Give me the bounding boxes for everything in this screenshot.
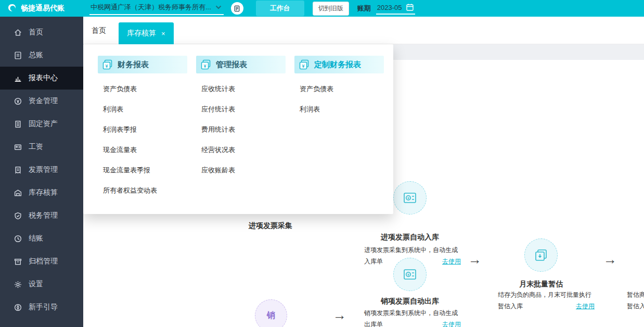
menu-list: 应收统计表 应付统计表 费用统计表 经营状况表 应收账龄表 bbox=[196, 79, 286, 180]
ledger-icon bbox=[14, 51, 22, 60]
close-icon[interactable]: × bbox=[161, 30, 165, 37]
chevron-down-icon bbox=[215, 5, 222, 9]
sidebar-item-label: 税务管理 bbox=[29, 211, 58, 220]
sidebar-item-guide[interactable]: 新手引导 bbox=[0, 296, 83, 319]
sidebar-nav: 首页 总账 报表中心 资金管理 固定资产 工资 发票管理 库存核算 税务管理 结… bbox=[0, 17, 83, 327]
menu-item-custom-balance-sheet[interactable]: 资产负债表 bbox=[294, 79, 384, 99]
home-icon bbox=[14, 28, 22, 37]
sidebar-item-report-center[interactable]: 报表中心 bbox=[0, 67, 83, 90]
menu-item-equity-changes[interactable]: 所有者权益变动表 bbox=[98, 180, 187, 200]
menu-list: 资产负债表 利润表 bbox=[294, 79, 384, 119]
funds-icon bbox=[14, 97, 22, 106]
sidebar-item-tax[interactable]: 税务管理 bbox=[0, 204, 83, 227]
sidebar-item-label: 资金管理 bbox=[29, 96, 58, 106]
sidebar-item-home[interactable]: 首页 bbox=[0, 21, 83, 44]
flow-step-title: 销项发票自动出库 bbox=[358, 297, 462, 306]
flow-step-desc-partial: 暂估商 暂估入 bbox=[627, 289, 644, 312]
flow-step-title: 进项发票自动入库 bbox=[358, 233, 462, 242]
desc-line: 出库单 bbox=[364, 319, 383, 327]
menu-item-income-statement[interactable]: 利润表 bbox=[98, 99, 187, 119]
report-stack-icon: ¥ bbox=[102, 59, 113, 70]
svg-text:¥: ¥ bbox=[105, 64, 108, 69]
use-link[interactable]: 去使用 bbox=[576, 300, 595, 312]
report-stack-icon: ¥ bbox=[200, 59, 212, 70]
logo-icon bbox=[7, 3, 17, 14]
report-center-icon bbox=[14, 74, 22, 83]
sidebar-item-label: 总账 bbox=[29, 51, 43, 60]
menu-item-income-quarterly[interactable]: 利润表季报 bbox=[98, 119, 187, 140]
menu-column-management: ¥ 管理报表 应收统计表 应付统计表 费用统计表 经营状况表 应收账龄表 bbox=[196, 56, 286, 180]
report-stack-icon: ¥ bbox=[299, 59, 310, 70]
sidebar-item-label: 归档管理 bbox=[29, 257, 58, 266]
menu-item-operating-status[interactable]: 经营状况表 bbox=[196, 140, 286, 160]
svg-text:¥: ¥ bbox=[203, 64, 206, 69]
sidebar-item-settings[interactable]: 设置 bbox=[0, 273, 83, 296]
sales-invoice-collect-icon: 销 bbox=[255, 299, 287, 327]
menu-section-title: 财务报表 bbox=[118, 60, 149, 70]
svg-text:¥: ¥ bbox=[407, 196, 409, 200]
desc-line: 结存为负的商品，月末可批量执行 bbox=[498, 289, 595, 300]
closing-icon bbox=[14, 234, 22, 243]
period-value: 2023-05 bbox=[377, 4, 402, 11]
desc-line: 暂估商 bbox=[627, 289, 644, 300]
invoice-icon bbox=[14, 166, 22, 174]
menu-item-receivables-stats[interactable]: 应收统计表 bbox=[196, 79, 286, 99]
tab-inventory[interactable]: 库存核算 × bbox=[119, 22, 174, 44]
sidebar-item-inventory[interactable]: 库存核算 bbox=[0, 181, 83, 204]
sidebar-item-label: 结账 bbox=[29, 234, 43, 243]
app-logo: 畅捷通易代账 bbox=[0, 3, 83, 14]
desc-line: 入库单 bbox=[364, 256, 383, 267]
sidebar-item-closing[interactable]: 结账 bbox=[0, 227, 83, 250]
desc-line: 暂估入库 bbox=[498, 300, 523, 312]
desc-line: 进项发票采集到系统中，自动生成 bbox=[364, 244, 461, 256]
flow-step-title: 进项发票采集 bbox=[218, 221, 323, 231]
settings-icon bbox=[14, 280, 22, 289]
fixed-assets-icon bbox=[14, 120, 22, 129]
flow-step-desc: 结存为负的商品，月末可批量执行 暂估入库 去使用 bbox=[498, 289, 595, 312]
flow-step-title: 月末批量暂估 bbox=[489, 280, 593, 289]
sidebar-item-payroll[interactable]: 工资 bbox=[0, 135, 83, 158]
menu-section-title: 管理报表 bbox=[216, 60, 247, 70]
menu-section-header: ¥ 财务报表 bbox=[98, 56, 187, 73]
menu-item-custom-income-statement[interactable]: 利润表 bbox=[294, 99, 384, 119]
flow-arrow-icon: → bbox=[603, 251, 617, 267]
desc-line: 销项发票采集到系统中，自动生成 bbox=[364, 307, 461, 319]
sidebar-item-label: 库存核算 bbox=[29, 188, 58, 197]
flow-step-desc: 销项发票采集到系统中，自动生成 出库单 去使用 bbox=[364, 307, 461, 327]
archive-icon bbox=[14, 257, 22, 266]
document-button[interactable] bbox=[231, 2, 243, 15]
sidebar-item-general-ledger[interactable]: 总账 bbox=[0, 44, 83, 67]
company-selector[interactable]: 中税网通广泽（天津）税务师事务所有... bbox=[89, 2, 224, 15]
company-name: 中税网通广泽（天津）税务师事务所有... bbox=[91, 3, 211, 12]
menu-item-receivables-aging[interactable]: 应收账龄表 bbox=[196, 160, 286, 180]
desc-line: 暂估入 bbox=[627, 300, 644, 312]
menu-item-cash-flow[interactable]: 现金流量表 bbox=[98, 140, 187, 160]
sidebar-item-fixed-assets[interactable]: 固定资产 bbox=[0, 112, 83, 135]
flow-arrow-icon: → bbox=[468, 251, 482, 267]
app-title: 畅捷通易代账 bbox=[21, 4, 65, 13]
calendar-icon bbox=[406, 3, 414, 11]
use-link[interactable]: 去使用 bbox=[442, 319, 461, 327]
invoice-out-icon: ¥ bbox=[393, 258, 427, 291]
tab-label: 库存核算 bbox=[127, 29, 156, 38]
menu-item-expense-stats[interactable]: 费用统计表 bbox=[196, 119, 286, 140]
menu-column-custom: ¥ 定制财务报表 资产负债表 利润表 bbox=[294, 56, 384, 119]
menu-item-cash-flow-quarterly[interactable]: 现金流量表季报 bbox=[98, 160, 187, 180]
sidebar-item-label: 固定资产 bbox=[29, 119, 58, 129]
inventory-icon bbox=[14, 188, 22, 197]
sidebar-item-archive[interactable]: 归档管理 bbox=[0, 250, 83, 273]
switch-old-version-button[interactable]: 切到旧版 bbox=[313, 2, 349, 16]
sidebar-item-label: 首页 bbox=[29, 28, 43, 37]
tab-home[interactable]: 首页 bbox=[83, 17, 114, 44]
menu-item-payables-stats[interactable]: 应付统计表 bbox=[196, 99, 286, 119]
menu-column-financial: ¥ 财务报表 资产负债表 利润表 利润表季报 现金流量表 现金流量表季报 所有者… bbox=[98, 56, 187, 200]
invoice-in-icon: ¥ bbox=[393, 181, 427, 215]
menu-section-title: 定制财务报表 bbox=[314, 60, 361, 70]
sidebar-item-label: 发票管理 bbox=[29, 165, 58, 174]
use-link[interactable]: 去使用 bbox=[442, 256, 461, 267]
period-picker[interactable]: 2023-05 bbox=[376, 2, 415, 15]
sidebar-item-funds[interactable]: 资金管理 bbox=[0, 90, 83, 112]
menu-item-balance-sheet[interactable]: 资产负债表 bbox=[98, 79, 187, 99]
sidebar-item-invoice-management[interactable]: 发票管理 bbox=[0, 158, 83, 181]
workbench-button[interactable]: 工作台 bbox=[256, 1, 304, 16]
